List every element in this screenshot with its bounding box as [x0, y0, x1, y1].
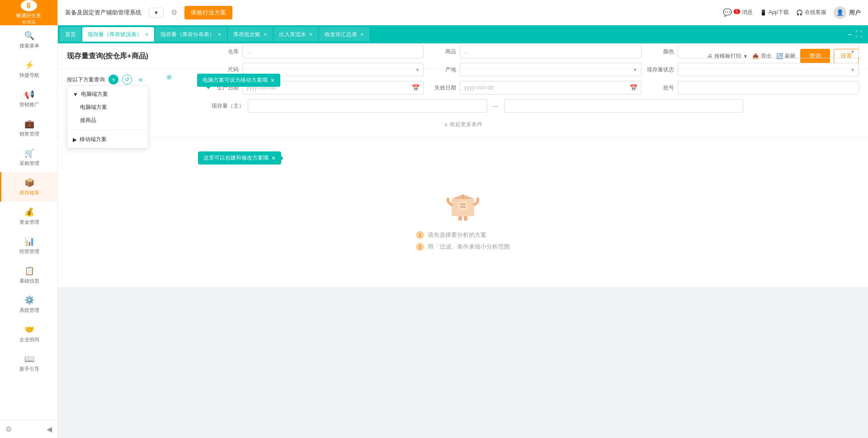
- filter-row-3: 生产日期 yyyy-mm-dd 📅 失效日期 yyyy-mm-dd 📅: [212, 81, 859, 94]
- sidebar-label-0: 搜索菜单: [19, 42, 39, 49]
- scheme-group-desktop-header[interactable]: ▼ 电脑端方案: [67, 88, 148, 101]
- tab-inout-close[interactable]: ✕: [309, 32, 313, 38]
- filter-field-color: 颜色 ▼: [647, 45, 859, 58]
- tab-minus-icon[interactable]: –: [848, 30, 852, 38]
- expiry-date-label: 失效日期: [429, 84, 456, 92]
- tab-expand-icon[interactable]: ⛶: [855, 30, 863, 38]
- sidebar-icon-2: 📢: [24, 89, 34, 99]
- svg-rect-2: [458, 216, 462, 221]
- collapse-up-icon: ∧: [444, 122, 448, 128]
- sidebar-icon-10: 🤝: [24, 325, 34, 334]
- goods-input[interactable]: ...: [460, 45, 641, 58]
- app-download-action[interactable]: 📱 App下载: [760, 9, 789, 16]
- stock-status-dropdown-icon: ▼: [850, 67, 855, 72]
- scheme-mobile-label: 移动端方案: [80, 136, 107, 143]
- sidebar-item-4[interactable]: 🛒 采购管理: [0, 143, 57, 172]
- scheme-desktop-label: 电脑端方案: [81, 90, 108, 98]
- message-action[interactable]: 💬 9 消息: [723, 8, 753, 17]
- sidebar-icon-6: 💰: [24, 207, 34, 217]
- sidebar-item-1[interactable]: ⚡ 快捷导航: [0, 55, 57, 84]
- sidebar-footer: ⚙ ◀: [0, 420, 57, 438]
- scheme-item-goods[interactable]: 接商品: [67, 114, 148, 127]
- collapse-icon[interactable]: ◀: [47, 425, 52, 433]
- sidebar-item-7[interactable]: 📊 经营管理: [0, 231, 57, 260]
- sidebar-label-6: 资金管理: [19, 219, 39, 226]
- prod-date-cal-icon: 📅: [412, 84, 420, 91]
- warehouse-input[interactable]: ...: [242, 45, 424, 58]
- sidebar-item-10[interactable]: 🤝 企业协同: [0, 319, 57, 349]
- step-1-text: 请先选择要分析的方案: [428, 231, 486, 239]
- sidebar-item-8[interactable]: 📋 基础信息: [0, 260, 57, 290]
- scheme-group-mobile-header[interactable]: ▶ 移动端方案: [67, 133, 148, 146]
- sidebar-item-11[interactable]: 📖 新手引导: [0, 349, 57, 378]
- filter-field-stock-main: 现存量（主） —: [212, 99, 859, 113]
- user-avatar[interactable]: 👤 用户: [834, 6, 861, 19]
- sidebar: 6 畅通好生意 标准版 🔍 搜索菜单 ⚡ 快捷导航 📢 营销推广 💼 销售管理 …: [0, 0, 58, 438]
- batch-input[interactable]: [678, 81, 859, 94]
- filter-add-button[interactable]: +: [108, 75, 118, 85]
- sidebar-item-3[interactable]: 💼 销售管理: [0, 113, 57, 143]
- sidebar-item-6[interactable]: 💰 资金管理: [0, 202, 57, 231]
- experience-button[interactable]: 体验行业方案: [184, 6, 232, 19]
- tab-stock-status-close[interactable]: ✕: [145, 32, 149, 38]
- filter-row-4: 现存量（主） —: [212, 99, 859, 113]
- app-name: 畅通好生意: [16, 12, 41, 19]
- header-actions: 💬 9 消息 📱 App下载 🎧 在线客服 👤 用户: [723, 6, 861, 19]
- app-download-label: App下载: [769, 9, 789, 16]
- sidebar-icon-3: 💼: [24, 119, 34, 129]
- filter-section: 按以下方案查询 + ↺ « ▼ 电脑端方案 电脑端方案 接商品: [58, 69, 868, 138]
- sidebar-label-11: 新手引导: [19, 366, 39, 372]
- sidebar-item-9[interactable]: ⚙️ 系统管理: [0, 290, 57, 319]
- top-header: 装备及固定资产辅助管理系统 ▼ ⚙ 体验行业方案 💬 9 消息 📱 App下载 …: [58, 0, 868, 25]
- tab-summary[interactable]: 收发存汇总表 ✕: [319, 27, 369, 42]
- scheme-desktop-arrow: ▼: [73, 91, 78, 98]
- sidebar-logo: 6 畅通好生意 标准版: [0, 0, 57, 25]
- filter-back-button[interactable]: «: [136, 75, 146, 85]
- header-settings-icon[interactable]: ⚙: [171, 8, 177, 17]
- filter-rows: 仓库 ... 商品 ... 颜色: [212, 45, 859, 113]
- sidebar-icon-9: ⚙️: [24, 295, 34, 305]
- filter-row-2: 尺码 ▼ 产地 ▼: [212, 63, 859, 76]
- tab-batch[interactable]: 库存批次账 ✕: [228, 27, 273, 42]
- stock-main-to-input[interactable]: [504, 99, 744, 113]
- tab-stock-dist-close[interactable]: ✕: [217, 32, 222, 38]
- collapse-bar[interactable]: ∧ 收起更多条件: [67, 117, 859, 132]
- sidebar-label-4: 采购管理: [19, 160, 39, 167]
- tab-inout[interactable]: 出入库流水 ✕: [274, 27, 318, 42]
- expiry-date-input[interactable]: yyyy-mm-dd 📅: [460, 81, 641, 94]
- sidebar-label-5: 库存核算: [19, 189, 39, 196]
- scheme-item-desktop[interactable]: 电脑端方案: [67, 101, 148, 114]
- headset-icon: 🎧: [796, 9, 803, 16]
- online-service-label: 在线客服: [805, 9, 826, 16]
- tab-stock-dist[interactable]: 现存量（库存分布表） ✕: [155, 27, 227, 42]
- filter-refresh-button[interactable]: ↺: [122, 75, 132, 85]
- filter-field-origin: 产地 ▼: [429, 63, 641, 76]
- tooltip-edit: 这里可以创建和修改方案哦 ✕: [198, 151, 281, 165]
- tooltip-scheme-close[interactable]: ✕: [270, 77, 275, 84]
- step-num-1: 1: [416, 231, 424, 239]
- settings-icon[interactable]: ⚙: [5, 425, 12, 433]
- tab-summary-close[interactable]: ✕: [360, 32, 364, 38]
- tab-stock-status[interactable]: 现存量（库存状况表） ✕: [82, 27, 154, 42]
- tab-stock-status-label: 现存量（库存状况表）: [88, 31, 142, 38]
- system-select[interactable]: ▼: [149, 8, 164, 18]
- empty-illustration: [438, 174, 488, 224]
- tab-home[interactable]: 首页: [60, 27, 81, 42]
- filter-field-stock-status: 现存量状态 ▼: [647, 63, 859, 76]
- sidebar-item-0[interactable]: 🔍 搜索菜单: [0, 25, 57, 55]
- tab-batch-close[interactable]: ✕: [263, 32, 267, 38]
- online-service-action[interactable]: 🎧 在线客服: [796, 9, 826, 16]
- stock-main-from-input[interactable]: [248, 99, 487, 113]
- stock-status-select[interactable]: ▼: [678, 63, 859, 76]
- tooltip-edit-close[interactable]: ✕: [271, 155, 276, 161]
- stock-main-label: 现存量（主）: [212, 102, 244, 110]
- origin-select[interactable]: ▼: [460, 63, 641, 76]
- color-select[interactable]: ▼: [678, 45, 859, 58]
- empty-steps: 1 请先选择要分析的方案 2 用「过滤」条件来缩小分析范围: [416, 231, 510, 251]
- sidebar-item-5[interactable]: 📦 库存核算: [0, 172, 57, 202]
- svg-point-1: [458, 200, 468, 211]
- sidebar-icon-4: 🛒: [24, 148, 34, 158]
- page-title: 现存量查询(按仓库+商品): [67, 52, 148, 61]
- scheme-divider: [67, 130, 148, 130]
- sidebar-item-2[interactable]: 📢 营销推广: [0, 84, 57, 113]
